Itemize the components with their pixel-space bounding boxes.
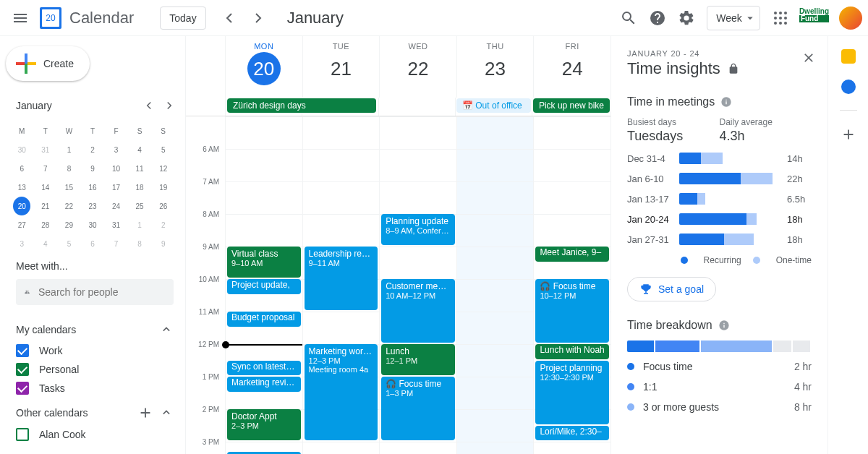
mini-day[interactable]: 20 (13, 197, 30, 215)
event[interactable]: Sync on latest de (227, 361, 301, 376)
event[interactable]: Review the propo (227, 452, 301, 455)
calendar-item[interactable]: Tasks (0, 379, 185, 398)
day-column[interactable]: Leadership review9–11 AMMarketing worksh… (302, 116, 380, 454)
mini-day[interactable]: 12 (155, 159, 172, 178)
mini-day[interactable]: 5 (60, 234, 77, 253)
avatar[interactable] (839, 7, 862, 30)
event[interactable]: 🎧 Focus time10–12 PM (535, 279, 609, 343)
day-header[interactable]: THU23 (456, 36, 534, 98)
day-header[interactable]: FRI24 (533, 36, 610, 98)
mini-day[interactable]: 24 (108, 197, 125, 215)
day-header[interactable]: TUE21 (302, 36, 380, 98)
event[interactable]: Doctor Appt2–3 PM (227, 409, 301, 440)
event[interactable]: Meet Janice, 9– (535, 247, 609, 262)
event[interactable]: Planning update8–9 AM, Conference (381, 214, 455, 245)
day-column[interactable]: Meet Janice, 9–🎧 Focus time10–12 PMLunch… (533, 116, 610, 454)
settings-icon[interactable] (672, 4, 701, 33)
mini-day[interactable]: 5 (155, 140, 172, 159)
mini-day[interactable]: 30 (13, 140, 30, 159)
day-column[interactable] (456, 116, 534, 454)
calendar-item[interactable]: Personal (0, 360, 185, 379)
mini-day[interactable]: 10 (108, 159, 125, 178)
event[interactable]: 🎧 Focus time1–3 PM (381, 377, 455, 440)
allday-cell[interactable]: Pick up new bike (532, 98, 610, 116)
mini-day[interactable]: 9 (155, 234, 172, 253)
add-addon-icon[interactable] (841, 127, 856, 145)
mini-day[interactable]: 31 (37, 140, 54, 159)
tasks-icon[interactable] (841, 80, 856, 94)
search-icon[interactable] (614, 4, 643, 33)
mini-day[interactable]: 15 (60, 178, 77, 197)
event[interactable]: Lori/Mike, 2:30– (535, 426, 609, 441)
mini-day[interactable]: 25 (131, 197, 148, 215)
mini-day[interactable]: 19 (155, 178, 172, 197)
event[interactable]: Marketing workshop12–3 PMMeeting room 4a (305, 344, 378, 440)
other-calendars-title[interactable]: Other calendars (0, 398, 185, 425)
event[interactable]: Virtual class9–10 AM (227, 247, 301, 278)
calendar-item[interactable]: Alan Cook (0, 425, 185, 444)
day-header[interactable]: MON20 (225, 36, 302, 98)
mini-day[interactable]: 2 (84, 140, 101, 159)
allday-event[interactable]: Zürich design days (227, 98, 376, 113)
close-icon[interactable] (801, 51, 816, 68)
mini-day[interactable]: 13 (13, 178, 30, 197)
allday-event[interactable]: 📅 Out of office (456, 98, 531, 113)
calendar-item[interactable]: Work (0, 341, 185, 360)
info-icon[interactable] (720, 96, 732, 108)
set-goal-button[interactable]: Set a goal (627, 277, 716, 301)
mini-next-button[interactable] (159, 95, 179, 116)
mini-day[interactable]: 7 (37, 159, 54, 178)
my-calendars-title[interactable]: My calendars (0, 315, 185, 341)
create-button[interactable]: Create (6, 46, 90, 81)
mini-day[interactable]: 2 (155, 215, 172, 234)
info-icon[interactable] (718, 320, 730, 331)
mini-day[interactable]: 3 (13, 234, 30, 253)
day-column[interactable]: Virtual class9–10 AMProject update, Budg… (225, 116, 302, 454)
mini-day[interactable]: 31 (108, 215, 125, 234)
mini-day[interactable]: 4 (37, 234, 54, 253)
mini-day[interactable]: 9 (84, 159, 101, 178)
event[interactable]: Budget proposal (227, 312, 301, 327)
day-header[interactable]: WED22 (379, 36, 456, 98)
add-icon[interactable] (137, 405, 153, 421)
event[interactable]: Project planning12:30–2:30 PM (535, 361, 609, 424)
today-button[interactable]: Today (160, 7, 205, 30)
checkbox[interactable] (16, 428, 29, 441)
mini-day[interactable]: 26 (155, 197, 172, 215)
mini-day[interactable]: 14 (37, 178, 54, 197)
mini-day[interactable]: 8 (131, 234, 148, 253)
mini-day[interactable]: 29 (60, 215, 77, 234)
mini-day[interactable]: 21 (37, 197, 54, 215)
mini-day[interactable]: 8 (60, 159, 77, 178)
mini-day[interactable]: 28 (37, 215, 54, 234)
mini-day[interactable]: 16 (84, 178, 101, 197)
mini-prev-button[interactable] (139, 95, 159, 116)
mini-day[interactable]: 1 (60, 140, 77, 159)
event[interactable]: Leadership review9–11 AM (305, 247, 378, 310)
mini-day[interactable]: 6 (84, 234, 101, 253)
next-week-button[interactable] (244, 4, 273, 33)
mini-day[interactable]: 17 (108, 178, 125, 197)
checkbox[interactable] (16, 344, 29, 357)
prev-week-button[interactable] (215, 4, 244, 33)
mini-day[interactable]: 4 (131, 140, 148, 159)
mini-day[interactable]: 27 (13, 215, 30, 234)
event[interactable]: Customer meeting10 AM–12 PM (381, 279, 455, 343)
mini-day[interactable]: 7 (108, 234, 125, 253)
search-people-input[interactable] (38, 286, 165, 298)
mini-day[interactable]: 3 (108, 140, 125, 159)
view-selector[interactable]: Week (707, 6, 760, 30)
search-people[interactable] (16, 279, 174, 305)
keep-icon[interactable] (841, 49, 856, 64)
allday-event[interactable]: Pick up new bike (533, 98, 610, 113)
allday-cell[interactable] (378, 98, 455, 116)
checkbox[interactable] (16, 382, 29, 395)
event[interactable]: Project update, (227, 279, 301, 294)
mini-day[interactable]: 1 (131, 215, 148, 234)
event[interactable]: Marketing review (227, 377, 301, 392)
allday-cell[interactable]: Zürich design days (225, 98, 302, 116)
mini-day[interactable]: 23 (84, 197, 101, 215)
event[interactable]: Lunch12–1 PM (381, 344, 455, 375)
checkbox[interactable] (16, 363, 29, 376)
mini-day[interactable]: 6 (13, 159, 30, 178)
